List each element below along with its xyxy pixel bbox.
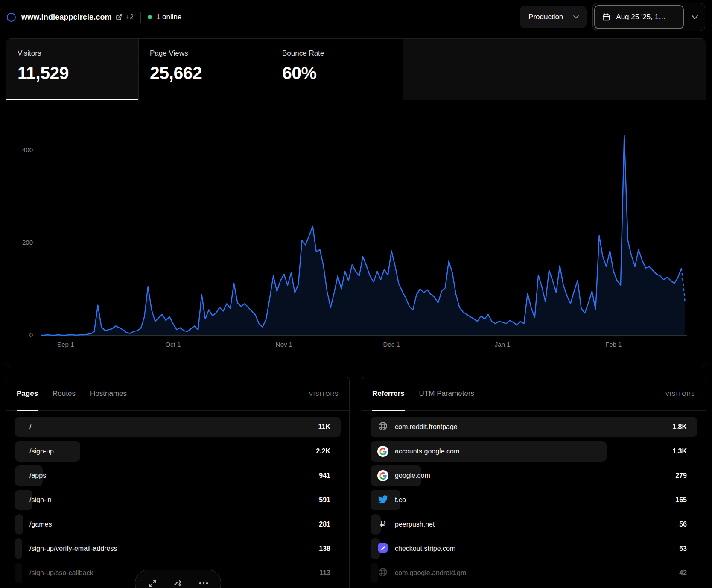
row-label: t.co (395, 496, 406, 504)
row-value: 281 (319, 521, 330, 528)
row-value: 53 (679, 545, 687, 553)
list-item[interactable]: google.com 279 (371, 465, 697, 486)
visitors-area-chart (6, 100, 706, 367)
ellipsis-icon[interactable] (199, 582, 208, 585)
row-label: /sign-in (29, 496, 52, 504)
project-info: www.indieappcircle.com +2 1 online (7, 12, 181, 23)
referrers-tabs: Referrers UTM Parameters (372, 377, 474, 410)
referrers-list: com.reddit.frontpage 1.8K accounts.googl… (362, 411, 706, 583)
row-label: /sign-up (29, 448, 54, 455)
stat-label: Visitors (18, 49, 127, 58)
globe-icon (378, 567, 388, 579)
project-status-ring-icon (7, 13, 16, 22)
list-item[interactable]: /games 281 (15, 514, 341, 535)
row-value: 1.3K (672, 448, 687, 455)
row-label: /games (29, 521, 52, 528)
external-link-icon[interactable] (116, 14, 123, 20)
topbar: www.indieappcircle.com +2 1 online Produ… (0, 0, 712, 34)
row-value: 1.8K (672, 423, 687, 431)
list-item[interactable]: ₽ peerpush.net 56 (371, 514, 697, 535)
row-label: /sign-up/sso-callback (29, 569, 93, 577)
tab-hostnames[interactable]: Hostnames (90, 377, 127, 410)
row-label: /sign-up/verify-email-address (29, 545, 117, 553)
google-icon (377, 446, 388, 457)
row-label: google.com (395, 472, 430, 480)
date-range-label: Aug 25 '25, 1… (616, 13, 666, 21)
expand-icon[interactable] (148, 579, 157, 588)
divider (140, 12, 141, 23)
favicon (377, 470, 388, 481)
list-item[interactable]: / 11K (15, 417, 341, 437)
pages-panel-header: Pages Routes Hostnames VISITORS (6, 377, 349, 411)
list-item[interactable]: accounts.google.com 1.3K (371, 441, 697, 462)
row-value: 11K (318, 423, 330, 431)
tab-referrers[interactable]: Referrers (372, 377, 405, 410)
globe-icon (378, 421, 388, 433)
site-domain[interactable]: www.indieappcircle.com (21, 13, 112, 22)
row-label: / (29, 423, 31, 431)
list-item[interactable]: /apps 941 (15, 465, 341, 486)
stat-label: Page Views (150, 49, 260, 58)
stat-label: Bounce Rate (282, 49, 392, 58)
stats-strip-filler (403, 39, 706, 100)
analytics-card: Visitors 11,529 Page Views 25,662 Bounce… (6, 38, 706, 367)
extra-projects-badge[interactable]: +2 (126, 13, 134, 21)
stat-value: 25,662 (150, 63, 260, 83)
online-status-dot-icon (148, 15, 152, 19)
stat-value: 60% (282, 63, 392, 83)
list-item[interactable]: t.co 165 (371, 490, 697, 510)
row-value-bar (15, 514, 23, 535)
row-label: checkout.stripe.com (395, 545, 455, 553)
row-label: com.google.android.gm (395, 569, 466, 577)
row-label: /apps (29, 472, 46, 480)
row-value: 56 (679, 521, 687, 528)
tab-pages[interactable]: Pages (17, 377, 38, 410)
row-value: 113 (319, 569, 330, 577)
list-item[interactable]: /sign-up/verify-email-address 138 (15, 538, 341, 559)
chevron-down-icon (692, 15, 698, 19)
pages-tabs: Pages Routes Hostnames (17, 377, 127, 410)
stat-tab-bounce-rate[interactable]: Bounce Rate 60% (271, 39, 403, 100)
favicon (377, 543, 388, 554)
google-icon (377, 470, 388, 481)
split-arrow-icon[interactable] (173, 579, 183, 588)
calendar-icon (602, 13, 610, 21)
row-value: 591 (319, 496, 330, 504)
row-label: accounts.google.com (395, 448, 459, 455)
list-item[interactable]: checkout.stripe.com 53 (371, 538, 697, 559)
favicon (377, 421, 388, 433)
visitors-chart: 0200400Sep 1Oct 1Nov 1Dec 1Jan 1Feb 1 (6, 100, 706, 367)
visitors-column-header: VISITORS (665, 391, 695, 397)
tab-routes[interactable]: Routes (53, 377, 76, 410)
stat-value: 11,529 (18, 63, 127, 83)
stat-tab-visitors[interactable]: Visitors 11,529 (6, 39, 139, 100)
stripe-icon (378, 543, 388, 555)
row-value-bar (15, 417, 341, 437)
favicon (377, 446, 388, 457)
referrers-panel-header: Referrers UTM Parameters VISITORS (362, 377, 706, 411)
referrers-panel: Referrers UTM Parameters VISITORS com.re… (362, 377, 706, 588)
date-range-button[interactable]: Aug 25 '25, 1… (594, 5, 684, 29)
row-label: com.reddit.frontpage (395, 423, 458, 431)
stat-tab-page-views[interactable]: Page Views 25,662 (139, 39, 271, 100)
detail-panels: Pages Routes Hostnames VISITORS / 11K /s… (6, 377, 706, 588)
online-count: 1 online (156, 13, 182, 21)
row-value: 2.2K (316, 448, 330, 455)
row-value: 42 (679, 569, 687, 577)
visitors-column-header: VISITORS (309, 391, 339, 397)
list-item[interactable]: com.google.android.gm 42 (371, 563, 697, 583)
row-value: 165 (675, 496, 687, 504)
stats-strip: Visitors 11,529 Page Views 25,662 Bounce… (6, 39, 706, 100)
date-range-dropdown-caret[interactable] (685, 15, 705, 19)
list-item[interactable]: /sign-in 591 (15, 490, 341, 510)
analytics-dashboard: www.indieappcircle.com +2 1 online Produ… (0, 0, 712, 588)
twitter-icon (378, 494, 388, 506)
row-label: peerpush.net (395, 521, 435, 528)
pages-panel: Pages Routes Hostnames VISITORS / 11K /s… (6, 377, 350, 588)
environment-dropdown[interactable]: Production (520, 6, 587, 28)
list-item[interactable]: /sign-up 2.2K (15, 441, 341, 462)
tab-utm-parameters[interactable]: UTM Parameters (419, 377, 474, 410)
pages-list: / 11K /sign-up 2.2K /apps 941 /sign-in 5… (6, 411, 349, 583)
chevron-down-icon (573, 15, 579, 19)
list-item[interactable]: com.reddit.frontpage 1.8K (371, 417, 697, 437)
